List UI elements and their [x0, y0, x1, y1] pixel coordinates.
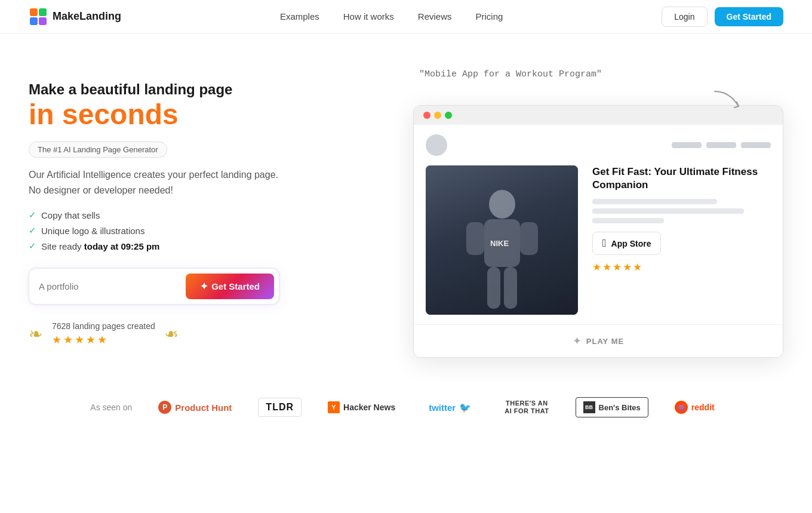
site-ready-time: today at 09:25 pm [84, 241, 160, 251]
preview-page-title: Get Fit Fast: Your Ultimate Fitness Comp… [592, 165, 771, 192]
hero-section: Make a beautiful landing page in seconds… [0, 33, 812, 382]
page-logo-circle [426, 134, 447, 156]
hero-badge: The #1 AI Landing Page Generator [29, 142, 167, 158]
feature-logo-text: Unique logo & illustrations [41, 226, 144, 236]
hero-input[interactable] [39, 281, 186, 291]
svg-rect-7 [466, 222, 484, 255]
brand-tldr[interactable]: TLDR [258, 398, 302, 417]
prompt-label: "Mobile App for a Workout Program" [419, 69, 602, 79]
bensbites-label: Ben's Bites [599, 403, 641, 412]
hero-star-1: ★ [52, 333, 61, 346]
nav-links: Examples How it works Reviews Pricing [280, 11, 503, 21]
nav-link-pricing[interactable]: Pricing [475, 11, 503, 21]
bensbites-icon: BB [583, 401, 595, 413]
stats-text: 7628 landing pages created [52, 321, 155, 331]
apple-icon:  [602, 237, 607, 250]
hackernews-icon: Y [328, 401, 340, 413]
hero-title: Make a beautiful landing page in seconds [29, 81, 279, 131]
text-placeholder-line-1 [592, 199, 717, 204]
reddit-label: reddit [691, 403, 715, 412]
hero-stats: ❧ 7628 landing pages created ★ ★ ★ ★ ★ ❧ [29, 321, 279, 346]
nav-placeholder-line-2 [706, 142, 736, 148]
page-header-row [426, 134, 771, 156]
get-started-nav-button[interactable]: Get Started [715, 7, 783, 26]
svg-text:NIKE: NIKE [490, 239, 509, 248]
check-icon-3: ✓ [29, 241, 36, 251]
nav-link-examples[interactable]: Examples [280, 11, 319, 21]
theresai-label: THERE'S ANAI FOR THAT [505, 400, 549, 415]
brand-hackernews[interactable]: Y Hacker News [321, 398, 402, 417]
hero-stars-row: ★ ★ ★ ★ ★ [52, 333, 155, 346]
svg-rect-9 [487, 267, 500, 309]
hackernews-label: Hacker News [343, 403, 395, 412]
hero-star-3: ★ [75, 333, 84, 346]
feature-copy-text: Copy that sells [41, 210, 100, 220]
play-icon: ✦ [573, 334, 582, 348]
hero-get-started-button[interactable]: ✦ Get Started [186, 274, 274, 299]
check-icon-1: ✓ [29, 210, 36, 220]
hero-get-started-label: Get Started [211, 281, 260, 291]
check-icon-2: ✓ [29, 225, 36, 236]
hero-star-2: ★ [63, 333, 73, 346]
reddit-icon: 👾 [675, 401, 688, 414]
browser-content: NIKE Get Fit Fast: Your Ultimate Fitness… [414, 125, 783, 324]
page-main-content: NIKE Get Fit Fast: Your Ultimate Fitness… [426, 165, 771, 315]
text-placeholder-line-2 [592, 208, 744, 214]
svg-rect-10 [504, 267, 517, 309]
nav-placeholder-line-1 [672, 142, 702, 148]
play-me-label: PLAY ME [586, 337, 624, 346]
hero-title-accent: in seconds [29, 99, 179, 130]
laurel-right-icon: ❧ [165, 324, 179, 344]
nav-link-reviews[interactable]: Reviews [418, 11, 452, 21]
page-text-col: Get Fit Fast: Your Ultimate Fitness Comp… [592, 165, 771, 274]
brand-twitter[interactable]: twitter 🐦 [422, 398, 478, 417]
brand-reddit[interactable]: 👾 reddit [668, 397, 722, 417]
laurel-left-icon: ❧ [29, 324, 42, 344]
browser-mockup: NIKE Get Fit Fast: Your Ultimate Fitness… [413, 105, 783, 358]
logo[interactable]: MakeLanding [29, 7, 121, 26]
as-seen-on-section: As seen on P Product Hunt TLDR Y Hacker … [0, 382, 812, 440]
browser-dot-red [423, 112, 430, 119]
hero-input-row: ✦ Get Started [29, 268, 279, 305]
svg-point-5 [489, 190, 515, 219]
play-me-row[interactable]: ✦ PLAY ME [414, 324, 783, 357]
svg-rect-3 [30, 17, 38, 25]
fitness-image: NIKE [426, 165, 578, 315]
preview-star-4: ★ [623, 261, 632, 274]
feature-site-ready: ✓ Site ready today at 09:25 pm [29, 241, 279, 251]
hero-star-4: ★ [86, 333, 96, 346]
feature-site-ready-text: Site ready today at 09:25 pm [41, 241, 159, 251]
svg-rect-4 [39, 17, 47, 25]
producthunt-icon: P [158, 401, 171, 414]
producthunt-label: Product Hunt [175, 403, 232, 413]
hero-title-line1: Make a beautiful landing page [29, 81, 232, 97]
preview-star-3: ★ [613, 261, 622, 274]
hero-right: "Mobile App for a Workout Program" [413, 69, 783, 358]
sparkle-icon: ✦ [200, 281, 208, 292]
tldr-label: TLDR [266, 402, 294, 413]
browser-dot-yellow [434, 112, 441, 119]
brand-bensbites[interactable]: BB Ben's Bites [576, 397, 648, 417]
login-button[interactable]: Login [662, 7, 707, 27]
hero-features-list: ✓ Copy that sells ✓ Unique logo & illust… [29, 210, 279, 251]
brand-theresai[interactable]: THERE'S ANAI FOR THAT [497, 396, 556, 419]
preview-star-2: ★ [602, 261, 611, 274]
curved-arrow-icon [712, 88, 742, 115]
preview-star-5: ★ [633, 261, 642, 274]
nav-link-how-it-works[interactable]: How it works [343, 11, 394, 21]
as-seen-on-label: As seen on [90, 403, 132, 412]
preview-star-1: ★ [592, 261, 601, 274]
nav-actions: Login Get Started [662, 7, 783, 27]
browser-dot-green [445, 112, 452, 119]
preview-rating-stars: ★ ★ ★ ★ ★ [592, 261, 771, 274]
nav-placeholder-line-3 [741, 142, 771, 148]
svg-rect-2 [39, 8, 47, 16]
brand-producthunt[interactable]: P Product Hunt [151, 397, 239, 417]
fitness-silhouette: NIKE [454, 183, 550, 315]
twitter-icon: 🐦 [459, 402, 471, 413]
app-store-button[interactable]:  App Store [592, 232, 661, 255]
hero-left: Make a beautiful landing page in seconds… [29, 69, 279, 346]
navbar: MakeLanding Examples How it works Review… [0, 0, 812, 33]
logo-icon [29, 7, 48, 26]
app-store-label: App Store [611, 239, 651, 248]
